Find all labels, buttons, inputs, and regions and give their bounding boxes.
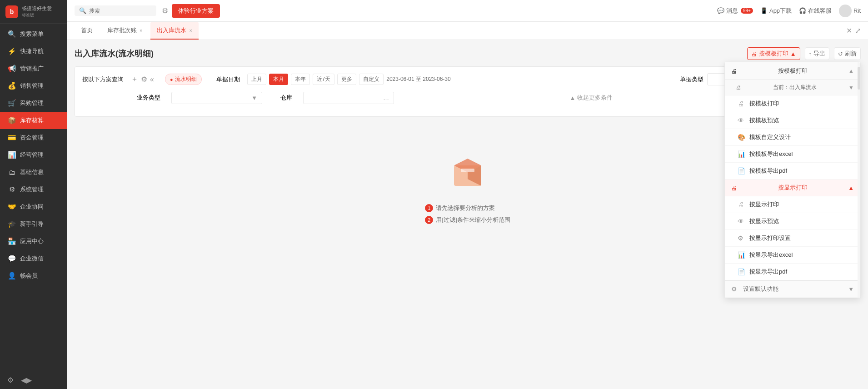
sidebar-item-guide[interactable]: 🎓 新手引导: [0, 215, 67, 233]
dropdown-item-display-print[interactable]: 🖨 按显示打印: [725, 196, 860, 213]
topbar-gear-icon[interactable]: ⚙: [162, 6, 168, 15]
tab-flow[interactable]: 出入库流水 ×: [150, 22, 198, 40]
date-btn-last-month[interactable]: 上月: [247, 74, 266, 85]
warehouse-select[interactable]: …: [303, 92, 394, 104]
dropdown-item-template-print[interactable]: 🖨 按模板打印: [725, 95, 860, 112]
display-section-chevron: ▲: [848, 185, 854, 191]
dropdown-display-section[interactable]: 🖨 按显示打印 ▲: [725, 180, 860, 196]
export-btn[interactable]: ↑ 导出: [805, 47, 830, 60]
date-btn-this-year[interactable]: 本年: [291, 74, 310, 85]
filter-settings-icon[interactable]: ⚙: [141, 75, 147, 84]
page-title: 出入库流水(流水明细): [75, 48, 154, 59]
customer-service-btn[interactable]: 🎧 在线客服: [799, 7, 832, 15]
sidebar-item-member[interactable]: 👤 畅会员: [0, 267, 67, 284]
dropdown-sub-header: 🖨 当前：出入库流水 ▼: [725, 80, 860, 95]
filter-collapse-icon[interactable]: «: [150, 75, 154, 84]
date-btn-custom[interactable]: 自定义: [359, 74, 384, 85]
user-name: Rit: [853, 7, 861, 14]
dropdown-item-display-pdf[interactable]: 📄 按显示导出pdf: [725, 264, 860, 280]
filter-label-date: 单据日期: [216, 75, 240, 84]
footer-collapse-icon[interactable]: ◀▶: [21, 376, 32, 384]
filter-tag-label: 流水明细: [175, 75, 197, 83]
collapse-btn[interactable]: ▲ 收起更多条件: [570, 94, 613, 102]
topbar-search-input[interactable]: [89, 8, 144, 14]
display-excel-icon: 📊: [738, 251, 745, 259]
date-btn-more[interactable]: 更多: [337, 74, 356, 85]
dropdown-item-set-default[interactable]: ⚙ 设置默认功能 ▼: [725, 280, 860, 298]
dropdown-item-template-preview[interactable]: 👁 按模板预览: [725, 112, 860, 129]
purchase-icon: 🛒: [7, 99, 16, 107]
sidebar-item-inventory[interactable]: 📦 库存核算: [0, 112, 67, 129]
window-controls: ✕ ⤢: [846, 26, 861, 35]
search-nav-icon: 🔍: [7, 30, 16, 38]
message-btn[interactable]: 💬 消息 99+: [717, 7, 753, 15]
export-label: 导出: [813, 50, 825, 58]
sidebar-item-shortcut[interactable]: ⚡ 快捷导航: [0, 43, 67, 60]
sidebar-nav: 🔍 搜索菜单 ⚡ 快捷导航 📢 营销推广 💰 销售管理 🛒 采购管理 📦 库存核…: [0, 24, 67, 371]
template-print-icon: 🖨: [738, 100, 745, 107]
topbar-search-box[interactable]: 🔍: [75, 5, 156, 16]
template-print-label: 按模板打印: [749, 100, 779, 108]
tab-batch-close[interactable]: ×: [140, 28, 142, 33]
app-logo: b 畅捷通好生意 标准版: [0, 0, 67, 24]
sidebar-item-purchase[interactable]: 🛒 采购管理: [0, 95, 67, 112]
app-edition: 标准版: [22, 12, 52, 18]
display-settings-label: 按显示打印设置: [749, 234, 791, 242]
refresh-btn[interactable]: ↺ 刷新: [834, 47, 861, 60]
dropdown-item-display-settings[interactable]: ⚙ 按显示打印设置: [725, 230, 860, 247]
sidebar-item-base[interactable]: 🗂 基础信息: [0, 164, 67, 181]
industry-btn[interactable]: 体验行业方案: [172, 4, 220, 18]
apps-icon: 🏪: [7, 237, 16, 245]
sidebar-item-label-base: 基础信息: [20, 168, 44, 176]
sidebar-item-marketing[interactable]: 📢 营销推广: [0, 60, 67, 77]
expand-window-icon[interactable]: ⤢: [855, 26, 861, 35]
tab-batch[interactable]: 库存批次账 ×: [101, 22, 149, 40]
dropdown-item-display-preview[interactable]: 👁 按显示预览: [725, 213, 860, 230]
tab-home[interactable]: 首页: [75, 22, 99, 40]
main-area: 🔍 ⚙ 体验行业方案 💬 消息 99+ 📱 App下载 🎧 在线客服 Rit: [67, 0, 868, 389]
app-download-label: App下载: [769, 7, 792, 15]
dropdown-scrollbar: [858, 62, 860, 298]
filter-add-icon[interactable]: ＋: [131, 75, 138, 84]
guide-icon: 🎓: [7, 220, 16, 228]
sidebar-item-search[interactable]: 🔍 搜索菜单: [0, 25, 67, 43]
dropdown-item-template-design[interactable]: 🎨 模板自定义设计: [725, 129, 860, 146]
printer-icon: 🖨: [751, 50, 757, 57]
set-default-chevron: ▼: [848, 286, 854, 293]
logo-icon: b: [5, 5, 18, 18]
empty-step-1-text: 请先选择要分析的方案: [436, 204, 495, 212]
dropdown-item-template-pdf[interactable]: 📄 按模板导出pdf: [725, 163, 860, 180]
sidebar-item-operations[interactable]: 📊 经营管理: [0, 146, 67, 164]
sidebar-item-system[interactable]: ⚙ 系统管理: [0, 181, 67, 198]
dropdown-header: 🖨 按模板打印 ▲: [725, 62, 860, 80]
business-type-select[interactable]: ▼: [171, 92, 262, 104]
dropdown-item-display-excel[interactable]: 📊 按显示导出excel: [725, 247, 860, 264]
business-type-chevron: ▼: [251, 95, 257, 101]
app-download-btn[interactable]: 📱 App下载: [760, 7, 792, 15]
close-window-icon[interactable]: ✕: [846, 26, 852, 35]
print-dropdown-chevron: ▲: [790, 50, 796, 57]
sidebar-item-cooperation[interactable]: 🤝 企业协同: [0, 198, 67, 215]
sidebar-item-wechat[interactable]: 💬 企业微信: [0, 250, 67, 267]
marketing-icon: 📢: [7, 65, 16, 73]
message-icon: 💬: [717, 7, 724, 14]
warehouse-more-icon[interactable]: …: [383, 95, 389, 101]
warehouse-label: 仓库: [280, 94, 292, 102]
sidebar-item-finance[interactable]: 💳 资金管理: [0, 129, 67, 146]
sidebar-item-apps[interactable]: 🏪 应用中心: [0, 233, 67, 250]
date-btn-this-month[interactable]: 本月: [269, 74, 288, 85]
dropdown-item-template-excel[interactable]: 📊 按模板导出excel: [725, 146, 860, 163]
sidebar-item-label-marketing: 营销推广: [20, 65, 44, 73]
footer-settings-icon[interactable]: ⚙: [7, 376, 14, 384]
dropdown-sub-label: 当前：出入库流水: [773, 84, 817, 91]
export-icon: ↑: [809, 50, 812, 57]
tab-flow-close[interactable]: ×: [189, 28, 192, 33]
set-default-label: 设置默认功能: [743, 285, 778, 293]
tabs-bar: 首页 库存批次账 × 出入库流水 × ✕ ⤢: [67, 22, 868, 40]
filter-section-label: 按以下方案查询: [82, 75, 124, 84]
date-btn-7days[interactable]: 近7天: [313, 74, 335, 85]
operations-icon: 📊: [7, 151, 16, 159]
user-avatar-area[interactable]: Rit: [839, 5, 861, 17]
print-template-btn[interactable]: 🖨 按模板打印 ▲: [747, 47, 800, 60]
sidebar-item-sales[interactable]: 💰 销售管理: [0, 77, 67, 95]
